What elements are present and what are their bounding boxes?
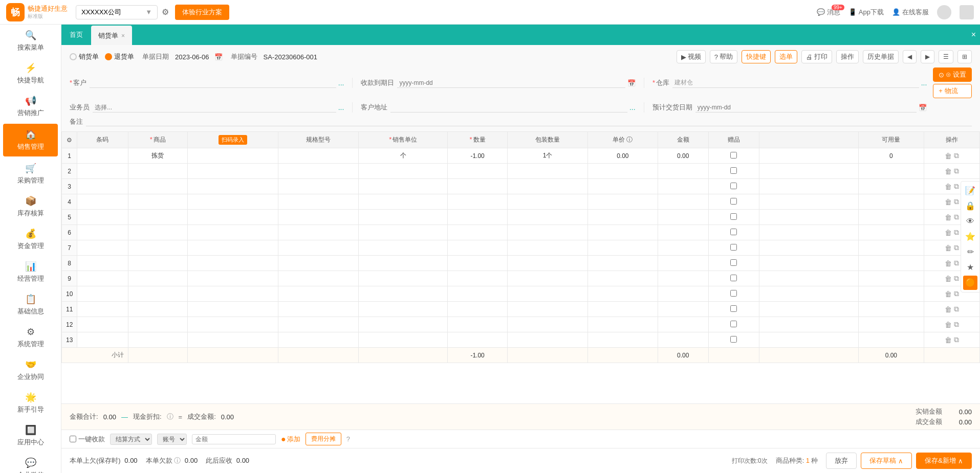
user-menu[interactable]	[960, 5, 974, 19]
avatar[interactable]	[937, 5, 951, 19]
cell-unit[interactable]: 个	[359, 148, 448, 164]
date-value[interactable]: 2023-06-06	[175, 53, 209, 61]
add-payment-button[interactable]: ● 添加	[281, 435, 300, 444]
sidebar-item-guide[interactable]: 🌟 新手引导	[0, 387, 61, 419]
right-tool-5[interactable]: ✏	[963, 245, 977, 259]
cell-product[interactable]	[128, 332, 187, 348]
cell-quantity[interactable]	[448, 317, 507, 332]
cell-spec[interactable]	[278, 148, 358, 164]
expense-split-button[interactable]: 费用分摊	[306, 433, 341, 445]
trial-button[interactable]: 体验行业方案	[175, 5, 229, 20]
copy-row-button[interactable]: ⧉	[954, 243, 959, 252]
copy-row-button[interactable]: ⧉	[954, 289, 959, 298]
gift-checkbox[interactable]	[730, 229, 737, 235]
copy-row-button[interactable]: ⧉	[954, 213, 959, 221]
gift-checkbox[interactable]	[730, 259, 737, 266]
cell-barcode[interactable]	[77, 164, 128, 179]
delete-row-button[interactable]: 🗑	[945, 336, 952, 344]
sidebar-item-cooperation[interactable]: 🤝 企业协同	[0, 354, 61, 387]
cell-unit[interactable]	[359, 271, 448, 286]
cell-gift[interactable]	[708, 286, 759, 302]
operate-btn[interactable]: 操作	[836, 50, 859, 63]
grid-view-btn[interactable]: ⊞	[957, 50, 972, 63]
gift-checkbox[interactable]	[730, 167, 737, 174]
delete-row-button[interactable]: 🗑	[945, 198, 952, 206]
cell-product[interactable]	[128, 271, 187, 286]
cell-pack-qty[interactable]	[507, 194, 587, 210]
sidebar-item-sales[interactable]: 🏠 销售管理	[3, 124, 58, 156]
sidebar-item-system[interactable]: ⚙ 系统管理	[0, 321, 61, 354]
cell-unit[interactable]	[359, 240, 448, 256]
cell-unit[interactable]	[359, 210, 448, 225]
cell-unit-price[interactable]	[588, 164, 658, 179]
cell-pack-qty[interactable]	[507, 210, 587, 225]
cell-product[interactable]	[128, 302, 187, 317]
delete-row-button[interactable]: 🗑	[945, 213, 952, 221]
cell-product[interactable]	[128, 164, 187, 179]
cell-quantity[interactable]	[448, 302, 507, 317]
cell-barcode[interactable]	[77, 240, 128, 256]
notes-input[interactable]	[86, 117, 972, 126]
cell-product[interactable]	[128, 179, 187, 194]
copy-row-button[interactable]: ⧉	[954, 182, 959, 191]
settings-button[interactable]: ⊙ ⊙ 设置	[933, 67, 972, 82]
cell-unit-price[interactable]	[588, 332, 658, 348]
cell-pack-qty[interactable]	[507, 271, 587, 286]
gift-checkbox[interactable]	[730, 290, 737, 297]
cell-spec[interactable]	[278, 179, 358, 194]
salesperson-dots-icon[interactable]: ...	[338, 103, 344, 111]
cell-gift[interactable]	[708, 194, 759, 210]
copy-row-button[interactable]: ⧉	[954, 259, 959, 267]
cell-barcode[interactable]	[77, 302, 128, 317]
select-btn[interactable]: 选单	[775, 50, 797, 63]
cell-pack-qty[interactable]	[507, 317, 587, 332]
copy-row-button[interactable]: ⧉	[954, 320, 959, 329]
cell-gift[interactable]	[708, 164, 759, 179]
cell-unit-price[interactable]	[588, 194, 658, 210]
cell-quantity[interactable]	[448, 164, 507, 179]
warehouse-dots-icon[interactable]: ...	[921, 79, 927, 87]
cell-quantity[interactable]	[448, 256, 507, 271]
cell-amount[interactable]	[658, 225, 708, 240]
cell-product[interactable]	[128, 256, 187, 271]
account-select[interactable]: 账号	[157, 434, 187, 445]
cell-unit[interactable]	[359, 332, 448, 348]
cell-pack-qty[interactable]	[507, 286, 587, 302]
customer-input[interactable]	[90, 78, 336, 88]
cell-unit[interactable]	[359, 256, 448, 271]
cell-gift[interactable]	[708, 148, 759, 164]
cell-unit-price[interactable]	[588, 302, 658, 317]
cell-spec[interactable]	[278, 286, 358, 302]
prev-record-btn[interactable]: ◀	[903, 50, 917, 63]
save-new-button[interactable]: 保存&新增 ∧	[916, 453, 972, 469]
cell-quantity[interactable]	[448, 271, 507, 286]
delivery-date-input[interactable]	[695, 103, 917, 112]
cell-pack-qty[interactable]	[507, 302, 587, 317]
cell-barcode[interactable]	[77, 210, 128, 225]
cell-gift[interactable]	[708, 332, 759, 348]
sidebar-item-app-center[interactable]: 🔲 应用中心	[0, 419, 61, 452]
cell-gift[interactable]	[708, 179, 759, 194]
right-tool-6[interactable]: ★	[963, 260, 977, 275]
copy-row-button[interactable]: ⧉	[954, 274, 959, 283]
cell-amount[interactable]	[658, 194, 708, 210]
cell-gift[interactable]	[708, 240, 759, 256]
cell-unit[interactable]	[359, 164, 448, 179]
cell-pack-qty[interactable]	[507, 332, 587, 348]
gift-checkbox[interactable]	[730, 275, 737, 281]
cell-pack-qty[interactable]	[507, 240, 587, 256]
shortcut-btn[interactable]: 快捷键	[742, 50, 771, 63]
tab-sales-order[interactable]: 销货单 ×	[91, 26, 132, 46]
print-btn[interactable]: 🖨 打印	[801, 50, 832, 63]
cell-spec[interactable]	[278, 225, 358, 240]
cell-amount[interactable]	[658, 271, 708, 286]
scan-button[interactable]: 扫码录入	[219, 135, 247, 145]
radio-return-order[interactable]: 退货单	[105, 52, 134, 61]
delete-row-button[interactable]: 🗑	[945, 152, 952, 160]
cell-quantity[interactable]	[448, 225, 507, 240]
cell-unit-price[interactable]	[588, 271, 658, 286]
sidebar-item-purchase[interactable]: 🛒 采购管理	[0, 157, 61, 190]
customer-address-dots-icon[interactable]: ...	[629, 103, 636, 111]
cell-barcode[interactable]	[77, 194, 128, 210]
gift-checkbox[interactable]	[730, 305, 737, 312]
